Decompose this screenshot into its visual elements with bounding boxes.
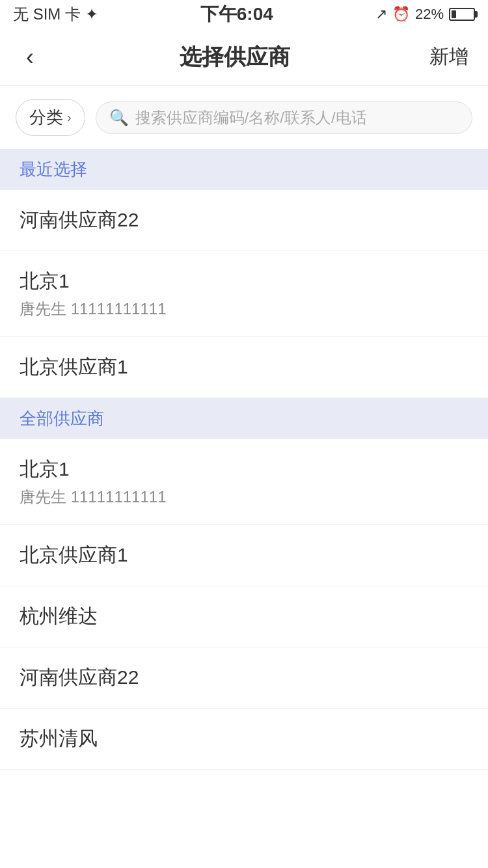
- status-left: 无 SIM 卡 ✦: [13, 4, 98, 25]
- list-item[interactable]: 北京1 唐先生 11111111111: [0, 251, 488, 337]
- category-filter[interactable]: 分类 ›: [16, 99, 85, 136]
- add-button[interactable]: 新增: [429, 44, 468, 70]
- search-icon: 🔍: [109, 109, 129, 127]
- sim-status: 无 SIM 卡 ✦: [13, 4, 98, 25]
- list-item[interactable]: 北京供应商1: [0, 525, 488, 586]
- item-sub: 唐先生 11111111111: [20, 299, 468, 319]
- status-time: 下午6:04: [200, 2, 273, 27]
- battery-icon: [449, 8, 475, 21]
- item-name: 北京供应商1: [20, 354, 468, 381]
- alarm-icon: ⏰: [392, 6, 410, 23]
- item-name: 河南供应商22: [20, 664, 468, 691]
- all-section-header: 全部供应商: [0, 398, 488, 439]
- recent-section-label: 最近选择: [20, 159, 87, 179]
- search-box[interactable]: 🔍: [96, 102, 472, 134]
- page-title: 选择供应商: [180, 42, 290, 72]
- all-items-list: 北京1 唐先生 11111111111北京供应商1杭州维达河南供应商22苏州清风: [0, 439, 488, 770]
- list-item[interactable]: 河南供应商22: [0, 190, 488, 251]
- chevron-right-icon: ›: [67, 110, 72, 125]
- list-item[interactable]: 北京供应商1: [0, 337, 488, 398]
- all-section-label: 全部供应商: [20, 409, 104, 428]
- item-name: 杭州维达: [20, 603, 468, 630]
- item-sub: 唐先生 11111111111: [20, 487, 468, 508]
- list-item[interactable]: 杭州维达: [0, 586, 488, 647]
- location-icon: ↗: [375, 6, 387, 23]
- list-item[interactable]: 北京1 唐先生 11111111111: [0, 439, 488, 525]
- list-item[interactable]: 河南供应商22: [0, 647, 488, 709]
- item-name: 苏州清风: [20, 726, 468, 752]
- recent-section-header: 最近选择: [0, 149, 488, 190]
- status-bar: 无 SIM 卡 ✦ 下午6:04 ↗ ⏰ 22%: [0, 0, 488, 29]
- battery-percent: 22%: [415, 6, 444, 23]
- recent-items-list: 河南供应商22北京1 唐先生 11111111111北京供应商1: [0, 190, 488, 398]
- nav-bar: ‹ 选择供应商 新增: [0, 29, 488, 86]
- list-item[interactable]: 苏州清风: [0, 709, 488, 770]
- item-name: 北京1: [20, 456, 468, 483]
- status-right: ↗ ⏰ 22%: [375, 6, 475, 23]
- back-button[interactable]: ‹: [20, 37, 40, 77]
- category-label: 分类: [29, 106, 63, 129]
- item-name: 河南供应商22: [20, 207, 468, 234]
- item-name: 北京1: [20, 268, 468, 295]
- search-input[interactable]: [135, 109, 459, 127]
- item-name: 北京供应商1: [20, 542, 468, 569]
- filter-bar: 分类 › 🔍: [0, 86, 488, 149]
